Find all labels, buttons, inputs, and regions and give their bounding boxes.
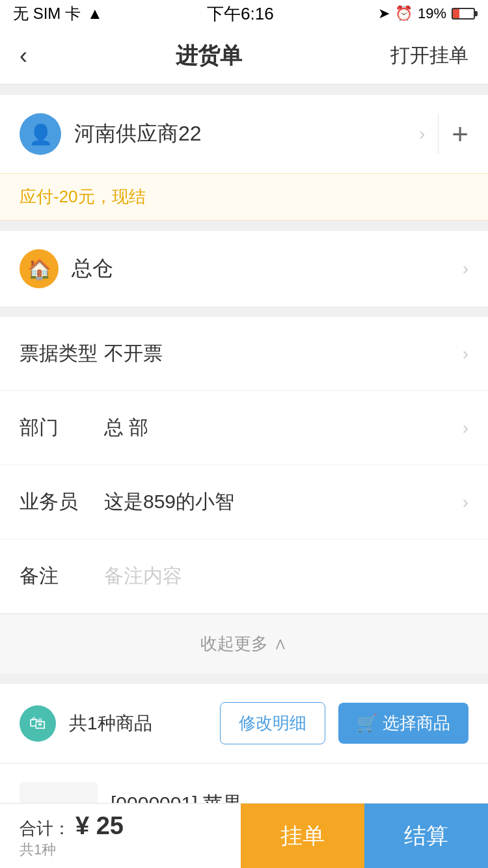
alarm-icon: ⏰ (395, 5, 413, 22)
warehouse-chevron-icon: › (463, 258, 468, 279)
edit-detail-button[interactable]: 修改明细 (220, 702, 325, 744)
supplier-name: 河南供应商22 (74, 120, 419, 148)
department-chevron-icon: › (463, 418, 468, 439)
warehouse-name: 总仓 (72, 254, 463, 283)
remark-row[interactable]: 备注 备注内容 (0, 539, 488, 614)
notice-bar: 应付-20元，现结 (0, 173, 488, 221)
invoice-type-row[interactable]: 票据类型 不开票 › (0, 317, 488, 391)
select-product-button[interactable]: 🛒 选择商品 (338, 703, 468, 744)
product-count-icon: 🛍 (20, 705, 56, 742)
department-row[interactable]: 部门 总 部 › (0, 391, 488, 465)
nav-bar: ‹ 进货单 打开挂单 (0, 27, 488, 85)
battery-icon (452, 8, 475, 20)
notice-text: 应付-20元，现结 (20, 187, 146, 206)
supplier-row[interactable]: 👤 河南供应商22 › + (0, 95, 488, 173)
status-left: 无 SIM 卡 ▲ (13, 3, 103, 24)
collapse-toggle[interactable]: 收起更多 ∧ (0, 614, 488, 673)
battery-percent: 19% (418, 5, 446, 22)
warehouse-icon: 🏠 (20, 249, 59, 288)
department-label: 部门 (20, 414, 104, 441)
suspend-button[interactable]: 挂单 (241, 804, 364, 868)
invoice-chevron-icon: › (463, 344, 468, 364)
location-icon: ➤ (378, 5, 390, 22)
status-time: 下午6:16 (207, 3, 274, 25)
salesperson-row[interactable]: 业务员 这是859的小智 › (0, 465, 488, 539)
salesperson-label: 业务员 (20, 489, 104, 515)
checkout-button[interactable]: 结算 (364, 804, 488, 868)
supplier-card: 👤 河南供应商22 › + 应付-20元，现结 (0, 95, 488, 221)
warehouse-card[interactable]: 🏠 总仓 › (0, 231, 488, 306)
shopping-bag-icon: 🛍 (29, 713, 46, 733)
total-line: 合计： ¥ 25 (20, 812, 221, 840)
total-count: 共1种 (20, 840, 221, 860)
supplier-avatar: 👤 (20, 113, 61, 155)
department-value: 总 部 (104, 414, 463, 441)
invoice-type-label: 票据类型 (20, 340, 104, 367)
bottom-bar: 合计： ¥ 25 共1种 挂单 结算 (0, 803, 488, 868)
select-product-icon: 🛒 (357, 713, 377, 733)
vertical-divider (438, 115, 439, 154)
total-label: 合计： (20, 817, 70, 840)
content-area: 👤 河南供应商22 › + 应付-20元，现结 🏠 总仓 › 票据类型 不开票 … (0, 95, 488, 868)
remark-label: 备注 (20, 563, 104, 590)
avatar-icon: 👤 (29, 123, 53, 146)
page-title: 进货单 (176, 41, 242, 71)
remark-input[interactable]: 备注内容 (104, 563, 468, 590)
form-card: 票据类型 不开票 › 部门 总 部 › 业务员 这是859的小智 › 备注 备注… (0, 317, 488, 673)
warehouse-row[interactable]: 🏠 总仓 › (0, 231, 488, 306)
invoice-type-value: 不开票 (104, 340, 463, 367)
total-amount: ¥ 25 (75, 812, 124, 840)
sim-signal-text: 无 SIM 卡 (13, 3, 81, 24)
product-header: 🛍 共1种商品 修改明细 🛒 选择商品 (0, 684, 488, 763)
select-product-label: 选择商品 (383, 712, 450, 735)
salesperson-chevron-icon: › (463, 492, 468, 513)
bottom-total: 合计： ¥ 25 共1种 (0, 804, 241, 868)
add-button[interactable]: + (452, 120, 468, 148)
back-button[interactable]: ‹ (20, 42, 27, 70)
status-right: ➤ ⏰ 19% (378, 5, 475, 22)
status-bar: 无 SIM 卡 ▲ 下午6:16 ➤ ⏰ 19% (0, 0, 488, 27)
open-pending-button[interactable]: 打开挂单 (390, 42, 468, 69)
wifi-icon: ▲ (87, 5, 103, 23)
product-count-text: 共1种商品 (69, 711, 207, 736)
salesperson-value: 这是859的小智 (104, 489, 463, 515)
supplier-chevron-icon: › (419, 124, 425, 144)
collapse-label: 收起更多 ∧ (200, 634, 287, 653)
